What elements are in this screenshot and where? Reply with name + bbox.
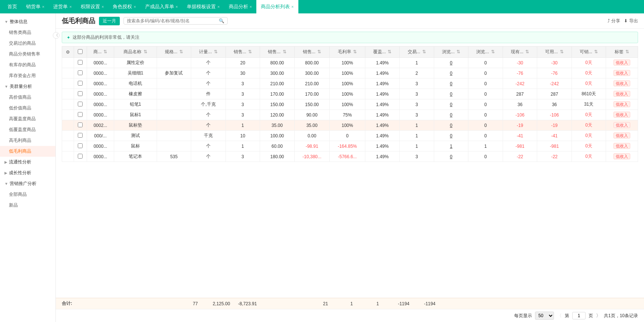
views-link[interactable]: 0 [450, 92, 452, 97]
row-checkbox[interactable] [78, 60, 83, 65]
cell-views1[interactable]: 0 [434, 58, 468, 68]
sidebar-item-traded-products[interactable]: 交易过的商品 [0, 38, 55, 49]
row-checkbox[interactable] [78, 143, 83, 148]
col-checkbox[interactable] [74, 47, 87, 58]
col-settings[interactable]: ⚙ [62, 47, 74, 58]
cell-views1[interactable]: 0 [434, 120, 468, 131]
table-container[interactable]: ⚙ 商... ⇅ 商品名称 ⇅ 规格... ⇅ 计量... ⇅ 销售... ⇅ … [56, 46, 644, 298]
sidebar-item-low-value[interactable]: 低价值商品 [0, 103, 55, 114]
filter-recent-month-button[interactable]: 近一月 [99, 17, 120, 25]
cell-views1[interactable]: 0 [434, 68, 468, 79]
nav-template-settings[interactable]: 单据模板设置 × [182, 0, 224, 13]
col-name[interactable]: 商品名称 ⇅ [114, 47, 157, 58]
sidebar-group-circulation[interactable]: ▶ 流通性分析 [0, 157, 55, 168]
cell-views1[interactable]: 0 [434, 89, 468, 99]
close-icon[interactable]: × [102, 4, 104, 9]
sidebar-item-in-stock[interactable]: 有库存的商品 [0, 60, 55, 70]
sidebar-item-category-sales-rate[interactable]: 商品分类销售率 [0, 49, 55, 60]
sidebar-item-high-margin[interactable]: 高毛利商品 [0, 135, 55, 146]
sidebar-item-low-coverage[interactable]: 低覆盖度商品 [0, 124, 55, 135]
cell-views1[interactable]: 0 [434, 79, 468, 89]
col-code[interactable]: 商... ⇅ [87, 47, 114, 58]
cell-checkbox[interactable] [74, 141, 87, 152]
cell-views1[interactable]: 0 [434, 152, 468, 162]
col-spec[interactable]: 规格... ⇅ [157, 47, 191, 58]
sidebar-item-sales-products[interactable]: 销售类商品 [0, 27, 55, 38]
sidebar-item-stock-capital[interactable]: 库存资金占用 [0, 70, 55, 81]
select-all-checkbox[interactable] [78, 49, 83, 54]
cell-checkbox[interactable] [74, 152, 87, 162]
nav-purchase-order[interactable]: 进货单 × [49, 0, 76, 13]
row-checkbox[interactable] [78, 102, 83, 106]
nav-product-analysis-list[interactable]: 商品分析列表 × [256, 0, 298, 13]
close-icon[interactable]: × [250, 4, 252, 9]
row-checkbox[interactable] [78, 133, 83, 138]
views-link[interactable]: 1 [450, 144, 452, 149]
collapse-sidebar-button[interactable]: 《 [53, 32, 60, 39]
row-checkbox[interactable] [78, 122, 83, 127]
sidebar-item-high-value[interactable]: 高价值商品 [0, 92, 55, 103]
close-icon[interactable]: × [291, 4, 294, 9]
search-input[interactable] [127, 18, 219, 23]
col-trade-count[interactable]: 交易... ⇅ [400, 47, 434, 58]
sidebar-group-marketing[interactable]: ▼ 营销推广分析 [0, 178, 55, 189]
col-gross-margin[interactable]: 毛利率 ⇅ [330, 47, 365, 58]
cell-views1[interactable]: 0 [434, 99, 468, 110]
nav-permissions[interactable]: 权限设置 × [76, 0, 108, 13]
close-icon[interactable]: × [42, 4, 44, 9]
close-icon[interactable]: × [217, 4, 220, 9]
nav-home[interactable]: 首页 [3, 0, 22, 13]
col-coverage[interactable]: 覆盖... ⇅ [365, 47, 399, 58]
share-button[interactable]: ⤴ 分享 [608, 18, 620, 24]
views-link[interactable]: 0 [450, 71, 452, 76]
cell-checkbox[interactable] [74, 89, 87, 99]
cell-views1[interactable]: 1 [434, 141, 468, 152]
views-link[interactable]: 0 [450, 133, 452, 138]
nav-role-auth[interactable]: 角色授权 × [108, 0, 140, 13]
col-sellable-qty[interactable]: 可销... ⇅ [571, 47, 606, 58]
close-icon[interactable]: × [134, 4, 136, 9]
row-checkbox[interactable] [78, 154, 83, 159]
sidebar-group-overall[interactable]: ▼ 整体信息 [0, 16, 55, 27]
cell-checkbox[interactable] [74, 131, 87, 141]
cell-checkbox[interactable] [74, 99, 87, 110]
col-views2[interactable]: 浏览... ⇅ [468, 47, 503, 58]
sidebar-item-high-coverage[interactable]: 高覆盖度商品 [0, 114, 55, 124]
views-link[interactable]: 0 [450, 102, 452, 107]
row-checkbox[interactable] [78, 81, 83, 86]
views-link[interactable]: 0 [450, 123, 452, 128]
next-page-button[interactable]: 〉 [596, 312, 601, 319]
nav-sales-order[interactable]: 销货单 × [22, 0, 49, 13]
views-link[interactable]: 0 [450, 60, 452, 66]
sidebar-item-all-products[interactable]: 全部商品 [0, 189, 55, 200]
row-checkbox[interactable] [78, 91, 83, 96]
page-size-select[interactable]: 20 50 100 [535, 312, 554, 320]
views-link[interactable]: 0 [450, 154, 452, 159]
sidebar-item-new-products[interactable]: 新品 [0, 200, 55, 211]
col-current-stock[interactable]: 现有... ⇅ [503, 47, 537, 58]
cell-checkbox[interactable] [74, 110, 87, 120]
col-sales-amount[interactable]: 销售... ⇅ [260, 47, 294, 58]
sidebar-group-growth[interactable]: ▶ 成长性分析 [0, 168, 55, 178]
close-icon[interactable]: × [69, 4, 71, 9]
search-icon[interactable]: 🔍 [219, 18, 224, 23]
views-link[interactable]: 0 [450, 81, 452, 86]
views-link[interactable]: 0 [450, 112, 452, 118]
col-sales-profit[interactable]: 销售... ⇅ [294, 47, 330, 58]
cell-checkbox[interactable] [74, 68, 87, 79]
col-available-stock[interactable]: 可用... ⇅ [537, 47, 571, 58]
cell-views1[interactable]: 0 [434, 131, 468, 141]
nav-product-inbound[interactable]: 产成品入库单 × [141, 0, 182, 13]
col-views1[interactable]: 浏览... ⇅ [434, 47, 468, 58]
col-tag[interactable]: 标签 ⇅ [606, 47, 638, 58]
cell-views1[interactable]: 0 [434, 110, 468, 120]
row-checkbox[interactable] [78, 70, 83, 75]
sidebar-item-low-margin[interactable]: 低毛利商品 [0, 146, 55, 157]
export-button[interactable]: ⬇ 导出 [624, 18, 638, 24]
close-icon[interactable]: × [176, 4, 178, 9]
prev-page-button[interactable]: 〈 [557, 312, 562, 319]
col-unit[interactable]: 计量... ⇅ [191, 47, 225, 58]
page-number-input[interactable] [572, 312, 586, 319]
sidebar-group-abc[interactable]: ▼ 美群量分析 [0, 81, 55, 92]
col-sales-qty[interactable]: 销售... ⇅ [225, 47, 260, 58]
